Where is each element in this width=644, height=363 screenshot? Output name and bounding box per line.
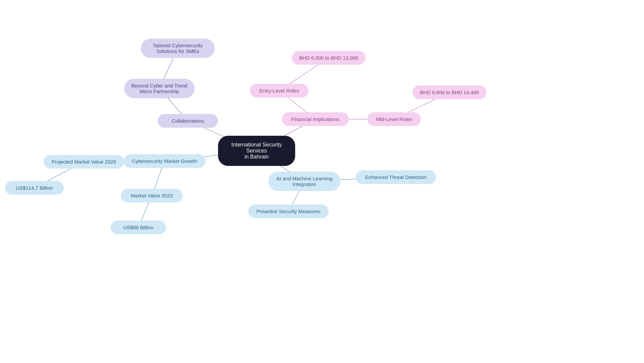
bhd6000-node: BHD 6,000 to BHD 12,000 — [292, 51, 366, 65]
projected-market-node: Projected Market Value 2028 — [44, 155, 124, 169]
mid-level-node: Mid-Level Roles — [367, 112, 421, 126]
tailored-node: Tailored Cybersecurity Solutions for SME… — [141, 39, 215, 58]
cybersecurity-growth-node: Cybersecurity Market Growth — [123, 154, 206, 168]
beyond-cyber-node: Beyond Cyber and Trend Micro Partnership — [124, 79, 195, 98]
collaborations-node: Collaborations — [158, 114, 218, 128]
proactive-security-node: Proactive Security Measures — [248, 204, 329, 218]
ai-ml-node: AI and Machine Learning Integration — [268, 172, 340, 191]
enhanced-threat-node: Enhanced Threat Detection — [356, 170, 436, 184]
market-value-2023-node: Market Value 2023 — [121, 189, 183, 202]
us114-node: US$114.7 Billion — [5, 181, 64, 195]
financial-implications-node: Financial Implications — [282, 112, 349, 126]
bhd9600-node: BHD 9,600 to BHD 14,400 — [413, 85, 486, 99]
center-node: International Security Servicesin Bahrai… — [218, 136, 295, 166]
entry-level-node: Entry-Level Roles — [250, 84, 309, 98]
mind-map: International Security Servicesin Bahrai… — [0, 0, 644, 363]
us88-node: US$88 Billion — [111, 221, 166, 234]
